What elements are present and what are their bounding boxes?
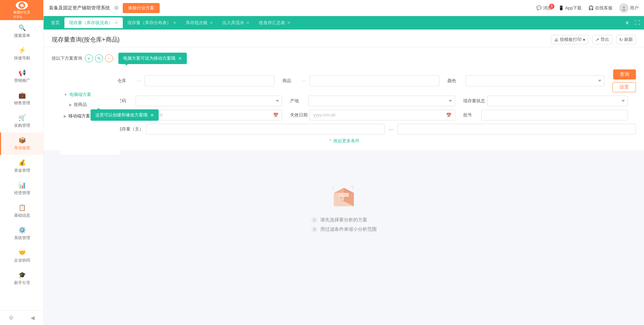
tooltip1-close[interactable]: ✕ (178, 56, 182, 61)
color-label: 颜色 (447, 78, 464, 84)
set-button[interactable]: 设置 (612, 82, 636, 92)
calendar-icon: 📅 (273, 113, 278, 118)
sidebar-logo: 畅 畅通好生意 标准版 (0, 0, 43, 20)
enterprise-icon: 🤝 (18, 249, 26, 256)
sidebar-item-newbie[interactable]: 🎓 新手引导 (0, 267, 43, 290)
calendar2-icon: 📅 (446, 113, 451, 118)
expire-date-label: 失效日期 (290, 112, 308, 118)
scheme-sub-goods-item[interactable]: ▶ 按商品 (65, 100, 120, 110)
batch-input[interactable] (481, 110, 628, 120)
edit-scheme-button[interactable]: ✎ (95, 54, 103, 62)
sidebar-item-operations[interactable]: 📊 经营管理 (0, 177, 43, 200)
empty-illustration: ? ? (327, 178, 361, 211)
sidebar-item-sales[interactable]: 💼 销售管理 (0, 88, 43, 110)
experience-button[interactable]: 体验行业方案 (123, 3, 160, 13)
tab-close-4[interactable]: ✕ (246, 20, 250, 25)
tab-home[interactable]: 首页 (46, 20, 64, 26)
refresh-button[interactable]: ↻ 刷新 (616, 35, 636, 44)
tab-summary[interactable]: 收发存汇总表 ✕ (254, 17, 295, 28)
sidebar-item-marketing[interactable]: 📢 营销推广 (0, 65, 43, 88)
empty-state: ? ? ① 请先选择要分析的方案 ② 用过滤条件来缩小分析范围 (44, 151, 644, 246)
goods-dots[interactable]: ··· (302, 78, 306, 84)
finance-icon: 💰 (18, 159, 26, 166)
tooltip2-close[interactable]: ✕ (150, 113, 154, 118)
tooltip1-container: 电脑方案可设为移动方案哦 ✕ (118, 53, 187, 64)
range-separator: — (389, 126, 393, 132)
stock-qty-min[interactable] (146, 124, 385, 134)
tab-close-all-icon[interactable]: ✕ (624, 18, 631, 28)
tab-close-1[interactable]: ✕ (115, 20, 118, 25)
settings-bottom-icon[interactable]: ⚙ (9, 315, 13, 321)
svg-text:畅: 畅 (20, 3, 23, 7)
tab-inout-flow[interactable]: 出入库流水 ✕ (218, 17, 254, 28)
sidebar: 畅 畅通好生意 标准版 🔍 搜索菜单 ⚡ 快捷导航 📢 营销推广 💼 销售管理 … (0, 0, 44, 325)
size-select[interactable] (136, 96, 282, 106)
system-icon: ⚙️ (18, 226, 26, 234)
svg-text:?: ? (351, 185, 354, 191)
tab-close-3[interactable]: ✕ (210, 20, 213, 25)
goods-input[interactable] (310, 75, 439, 86)
stock-status-select[interactable] (487, 96, 628, 106)
origin-select[interactable] (308, 96, 455, 106)
collapse-sidebar-icon[interactable]: ◀ (31, 315, 35, 321)
headset-icon: 🎧 (588, 5, 594, 10)
tab-fullscreen-icon[interactable]: ⛶ (633, 18, 641, 27)
sidebar-item-finance[interactable]: 💰 资金管理 (0, 155, 43, 177)
sidebar-item-quick[interactable]: ⚡ 快捷导航 (0, 43, 43, 65)
batch-cell: 批号 (463, 110, 628, 120)
sidebar-item-base[interactable]: 📋 基础信息 (0, 200, 43, 222)
sidebar-bottom: ⚙ ◀ (0, 310, 43, 325)
tab-inventory-dist[interactable]: 现存量（库存分布表） ✕ (123, 17, 181, 28)
expand-arrow-mobile-icon: ▶ (64, 114, 66, 118)
scheme-tree: ▼ 电脑端方案 ▶ 按商品 ▶ 移动端方案 (60, 88, 120, 155)
svg-rect-7 (339, 193, 349, 197)
export-button[interactable]: ↗ 导出 (592, 35, 612, 44)
warehouse-label: 仓库 (117, 78, 133, 84)
search-button[interactable]: 查询 (613, 69, 636, 79)
logo-icon: 畅 (16, 1, 28, 9)
goods-cell: 商品 ··· (282, 69, 439, 92)
filter-section: 按以下方案查询 + ✎ ← 电脑方案可设为移动方案哦 ✕ (44, 47, 644, 151)
svg-point-8 (340, 197, 342, 199)
stock-qty-max[interactable] (397, 124, 636, 134)
sidebar-item-purchase[interactable]: 🛒 采购管理 (0, 110, 43, 132)
newbie-icon: 🎓 (18, 271, 26, 279)
arrow-left-scheme-button[interactable]: ← (105, 54, 113, 62)
topbar-gear-icon[interactable]: ⚙ (114, 5, 119, 11)
user-item[interactable]: 用户 (619, 3, 639, 13)
stock-status-cell: 现存量状态 (463, 96, 628, 106)
sidebar-item-search[interactable]: 🔍 搜索菜单 (0, 20, 43, 43)
stock-status-label: 现存量状态 (463, 98, 485, 104)
filter-row4: 现存量（主） — (117, 124, 636, 134)
sidebar-item-enterprise[interactable]: 🤝 企业协同 (0, 245, 43, 267)
filter-row1: 仓库 ··· 商品 ··· 颜色 (117, 69, 636, 92)
add-scheme-button[interactable]: + (85, 54, 93, 62)
expand-arrow-icon: ▼ (64, 93, 67, 97)
action-btns-col: 查询 设置 (612, 69, 636, 92)
empty-tip2: ② 用过滤条件来缩小分析范围 (311, 226, 377, 233)
tab-batch-account[interactable]: 库存批次账 ✕ (181, 17, 218, 28)
goods-label: 商品 (282, 78, 299, 84)
scheme-desktop-item[interactable]: ▼ 电脑端方案 (60, 90, 120, 100)
tab-close-2[interactable]: ✕ (173, 20, 176, 25)
quick-nav-icon: ⚡ (18, 47, 26, 54)
filter-form: 仓库 ··· 商品 ··· 颜色 (112, 68, 636, 134)
warehouse-dots[interactable]: ··· (137, 78, 141, 84)
page-content: 现存量查询(按仓库+商品) 🖨 按模板打印 ▾ ↗ 导出 ↻ 刷新 (44, 30, 644, 325)
collapse-row: ⌃ 收起更多条件 (52, 134, 636, 145)
online-service-item[interactable]: 🎧 在线客服 (588, 5, 612, 11)
collapse-button[interactable]: ⌃ 收起更多条件 (328, 138, 360, 144)
template-print-button[interactable]: 🖨 按模板打印 ▾ (551, 35, 588, 44)
sidebar-item-system[interactable]: ⚙️ 系统管理 (0, 222, 43, 245)
expire-date-input[interactable]: yyyy-mm-dd 📅 (310, 110, 455, 120)
sidebar-item-inventory[interactable]: 📦 库存核算 (0, 132, 43, 155)
app-download-item[interactable]: 📱 App下载 (558, 5, 582, 11)
tab-close-5[interactable]: ✕ (287, 20, 290, 25)
tabs-bar-right: ✕ ⛶ (624, 18, 641, 28)
refresh-icon: ↻ (619, 37, 623, 42)
warehouse-input[interactable] (145, 75, 274, 86)
sidebar-nav: 🔍 搜索菜单 ⚡ 快捷导航 📢 营销推广 💼 销售管理 🛒 采购管理 📦 库存核… (0, 20, 43, 310)
color-select[interactable] (466, 75, 604, 86)
message-item[interactable]: 💬 8 消息 (536, 5, 552, 11)
tab-inventory-status[interactable]: 现存量（库存状况表） ✕ (64, 17, 123, 28)
